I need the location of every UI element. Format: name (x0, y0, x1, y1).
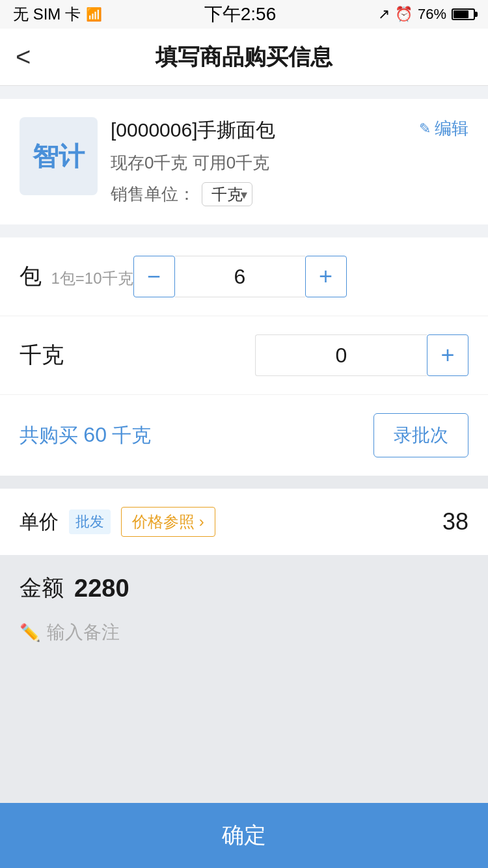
total-amount: 60 (83, 423, 107, 446)
status-right: ↗ ⏰ 76% (378, 6, 475, 23)
wifi-icon: 📶 (86, 7, 102, 22)
price-ref-button[interactable]: 价格参照 › (121, 507, 215, 537)
carrier-text: 无 SIM 卡 (13, 4, 81, 25)
product-card: 智计 [0000006]手撕面包 现存0千克 可用0千克 销售单位： 千克 ✎ … (0, 99, 488, 224)
unit-select-wrapper[interactable]: 千克 (202, 182, 252, 206)
alarm-icon: ⏰ (395, 6, 413, 23)
record-batch-button[interactable]: 录批次 (373, 413, 468, 457)
total-suffix: 千克 (107, 424, 151, 446)
quantity-controls-bao: − + (133, 256, 347, 297)
quantity-section: 包 1包=10千克 − + 千克 + 共购买 60 千克 录批次 (0, 237, 488, 476)
price-value: 38 (442, 508, 468, 536)
plus-button-bao[interactable]: + (305, 256, 347, 297)
unit-select[interactable]: 千克 (202, 182, 252, 206)
quantity-sub-label-bao: 1包=10千克 (51, 269, 133, 287)
quantity-controls-kg: + (255, 334, 468, 376)
plus-button-kg[interactable]: + (427, 334, 468, 376)
edit-icon: ✎ (419, 120, 431, 137)
quantity-label-bao: 包 1包=10千克 (20, 262, 133, 292)
back-button[interactable]: < (16, 42, 31, 72)
status-time: 下午2:56 (204, 2, 277, 27)
quantity-input-bao[interactable] (175, 256, 305, 297)
total-prefix: 共购买 (20, 424, 83, 446)
nav-bar: < 填写商品购买信息 (0, 29, 488, 86)
quantity-input-kg[interactable] (255, 334, 427, 376)
price-label: 单价 (20, 509, 59, 536)
product-thumbnail: 智计 (20, 117, 98, 195)
quantity-row-kg: 千克 + (0, 316, 488, 395)
note-icon: ✏️ (20, 623, 40, 643)
amount-section: 金额 2280 ✏️ 输入备注 (0, 555, 488, 658)
amount-value: 2280 (74, 575, 129, 603)
tag-pifa: 批发 (69, 509, 111, 534)
total-label: 共购买 60 千克 (20, 422, 151, 449)
product-stock: 现存0千克 可用0千克 (111, 152, 468, 174)
amount-row: 金额 2280 (20, 573, 468, 603)
amount-label: 金额 (20, 573, 64, 603)
price-section: 单价 批发 价格参照 › 38 (0, 489, 488, 555)
location-icon: ↗ (378, 6, 390, 23)
product-info: [0000006]手撕面包 现存0千克 可用0千克 销售单位： 千克 (111, 117, 468, 206)
product-name: [0000006]手撕面包 (111, 117, 468, 144)
product-logo: 智计 (33, 139, 85, 174)
quantity-row-bao: 包 1包=10千克 − + (0, 237, 488, 316)
battery-icon (452, 8, 475, 20)
unit-label: 销售单位： (111, 183, 195, 206)
minus-button-bao[interactable]: − (133, 256, 175, 297)
total-row: 共购买 60 千克 录批次 (0, 395, 488, 476)
page-title: 填写商品购买信息 (156, 42, 332, 72)
section-divider (0, 476, 488, 489)
status-left: 无 SIM 卡 📶 (13, 4, 102, 25)
quantity-label-kg: 千克 (20, 340, 255, 370)
status-bar: 无 SIM 卡 📶 下午2:56 ↗ ⏰ 76% (0, 0, 488, 29)
product-unit-row: 销售单位： 千克 (111, 182, 468, 206)
note-row[interactable]: ✏️ 输入备注 (20, 614, 468, 651)
confirm-button[interactable]: 确定 (0, 803, 488, 868)
price-left: 单价 批发 价格参照 › (20, 507, 215, 537)
battery-percent: 76% (418, 6, 446, 23)
edit-button[interactable]: ✎ 编辑 (419, 117, 468, 140)
price-row: 单价 批发 价格参照 › 38 (20, 507, 468, 537)
note-placeholder: 输入备注 (47, 620, 120, 645)
edit-label: 编辑 (435, 117, 468, 140)
